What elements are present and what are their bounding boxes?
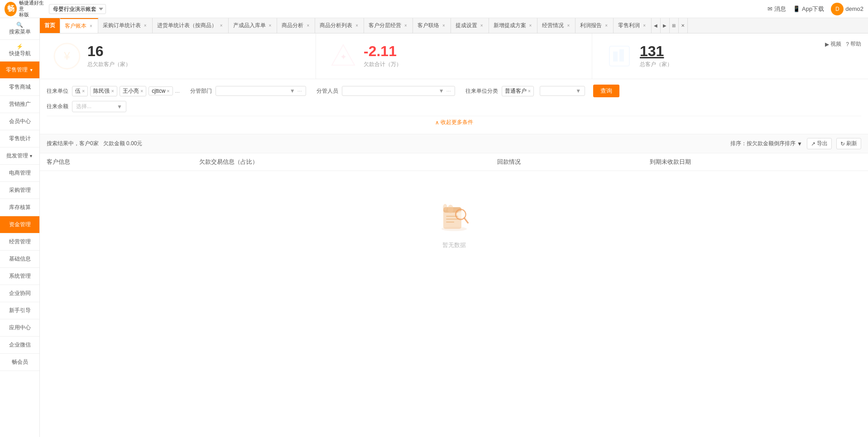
- filter-tag-chen[interactable]: 陈民强 ×: [90, 86, 117, 96]
- tab-close-purchase-order[interactable]: ×: [143, 23, 148, 28]
- tab-nav-more[interactable]: ⊞: [670, 18, 679, 33]
- tab-purchase-order[interactable]: 采购订单统计表 ×: [98, 18, 153, 33]
- workspace-select[interactable]: 母婴行业演示账套: [49, 4, 106, 14]
- stat-card-debt: ✦ -2.11 欠款合计（万）: [316, 33, 592, 79]
- tab-cost-in[interactable]: 产成品入库单 ×: [229, 18, 278, 33]
- refresh-icon: ↻: [840, 141, 845, 147]
- tab-retail-profit[interactable]: 零售利润 ×: [614, 18, 652, 33]
- sidebar-item-retail-shop[interactable]: 零售商城: [0, 79, 39, 96]
- svg-text:¥: ¥: [63, 50, 70, 62]
- col-debt-info: 欠款交易信息（占比）: [192, 153, 490, 171]
- sidebar-item-purchase[interactable]: 采购管理: [0, 182, 39, 199]
- sidebar-quick-nav[interactable]: ⚡ 快捷导航: [0, 40, 39, 62]
- tab-operations-status[interactable]: 经营情况 ×: [537, 18, 575, 33]
- user-menu[interactable]: D demo2: [831, 3, 863, 15]
- tab-bar: 首页 客户账本 × 采购订单统计表 × 进货单统计表（按商品） × 产成品入库单…: [40, 18, 868, 33]
- sidebar-item-system[interactable]: 系统管理: [0, 268, 39, 285]
- filter-tag-wang[interactable]: 王小亮 ×: [120, 86, 146, 96]
- filter-tags-unit: 伍 × 陈民强 × 王小亮 × cjttcw ×: [72, 86, 180, 96]
- sidebar-item-inventory[interactable]: 库存核算: [0, 199, 39, 216]
- stat-icon-total: [606, 43, 633, 70]
- tab-nav-left[interactable]: ◀: [652, 18, 661, 33]
- tab-close-all[interactable]: ✕: [679, 18, 688, 33]
- video-icon: ▶: [825, 41, 829, 48]
- sidebar-item-app-center[interactable]: 应用中心: [0, 319, 39, 337]
- sort-btn[interactable]: 排序：按欠款金额倒序排序 ▼: [730, 140, 802, 147]
- remove-tag-wang[interactable]: ×: [140, 88, 143, 94]
- sidebar-item-basic-info[interactable]: 基础信息: [0, 251, 39, 268]
- filter-label-unit-class: 往来单位分类: [465, 87, 498, 95]
- tab-close-profit-report[interactable]: ×: [604, 23, 609, 28]
- empty-state: 暂无数据: [40, 171, 868, 276]
- tab-close-customer-contact[interactable]: ×: [441, 23, 446, 28]
- sidebar-item-operations[interactable]: 经营管理: [0, 233, 39, 251]
- filter-tag-cjttcw[interactable]: cjttcw ×: [149, 86, 173, 95]
- tab-close-customer-book[interactable]: ×: [89, 23, 93, 29]
- tab-close-suggest-settings[interactable]: ×: [480, 23, 484, 28]
- tab-close-goods-analysis-list[interactable]: ×: [355, 23, 359, 28]
- col-customer-info: 客户信息: [40, 153, 192, 171]
- svg-rect-5: [613, 52, 618, 62]
- sort-label: 排序：按欠款金额倒序排序: [730, 140, 796, 147]
- tab-close-cost-in[interactable]: ×: [268, 23, 273, 28]
- tab-customer-contact[interactable]: 客户联络 ×: [413, 18, 451, 33]
- help-btn[interactable]: ? 帮助: [846, 40, 861, 48]
- message-icon: ✉: [767, 5, 772, 12]
- video-btn[interactable]: ▶ 视频: [825, 40, 841, 48]
- sidebar-item-wholesale[interactable]: 批发管理▼: [0, 147, 39, 165]
- tab-home[interactable]: 首页: [40, 18, 60, 33]
- message-btn[interactable]: ✉ 消息: [767, 5, 786, 13]
- filter-area: 往来单位 伍 × 陈民强 × 王小亮 ×: [40, 79, 868, 134]
- tab-suggest-settings[interactable]: 提成设置 ×: [451, 18, 489, 33]
- tab-goods-analysis-list[interactable]: 商品分析列表 ×: [315, 18, 364, 33]
- sidebar-item-ecommerce[interactable]: 电商管理: [0, 165, 39, 182]
- export-btn[interactable]: ↗ 导出: [807, 138, 832, 149]
- sidebar-item-marketing[interactable]: 营销推广: [0, 96, 39, 113]
- sidebar-item-enterprise[interactable]: 企业协同: [0, 285, 39, 302]
- filter-tag-wu[interactable]: 伍 ×: [72, 86, 88, 96]
- tab-nav-right[interactable]: ▶: [661, 18, 670, 33]
- sidebar-item-member[interactable]: 会员中心: [0, 113, 39, 130]
- tab-profit-report[interactable]: 利润报告 ×: [575, 18, 614, 33]
- collapse-btn[interactable]: ∧ 收起更多条件: [47, 116, 861, 128]
- sidebar-item-retail-mgmt[interactable]: 零售管理 ▼: [0, 62, 39, 79]
- tab-close-goods-analysis[interactable]: ×: [306, 23, 310, 28]
- sidebar-item-new-guide[interactable]: 新手引导: [0, 302, 39, 319]
- remove-tag-chen[interactable]: ×: [111, 88, 114, 94]
- sidebar-item-retail-stats[interactable]: 零售统计: [0, 130, 39, 147]
- data-table: 客户信息 欠款交易信息（占比） 回款情况 到期未收款日期: [40, 153, 868, 276]
- filter-select-dept[interactable]: ▼ ···: [216, 86, 306, 96]
- remove-tag-wu[interactable]: ×: [82, 88, 85, 94]
- filter-select-person[interactable]: ▼ ···: [342, 86, 455, 96]
- tab-close-operations-status[interactable]: ×: [566, 23, 571, 28]
- tab-goods-analysis[interactable]: 商品分析 ×: [277, 18, 315, 33]
- stat-number-debt: -2.11: [364, 44, 402, 58]
- sidebar-item-finance[interactable]: 资金管理: [0, 216, 39, 233]
- tab-close-purchase-goods[interactable]: ×: [219, 23, 224, 28]
- remove-tag-normal[interactable]: ×: [528, 88, 531, 94]
- more-tags-btn[interactable]: ...: [175, 88, 180, 94]
- sidebar-item-enterprise-wx[interactable]: 企业微信: [0, 337, 39, 354]
- remove-tag-cjttcw[interactable]: ×: [167, 88, 169, 94]
- logo-text: 畅捷通好生意 标版: [19, 0, 44, 18]
- tab-close-retail-profit[interactable]: ×: [642, 23, 647, 28]
- filter-tag-normal-customer[interactable]: 普通客户 ×: [502, 86, 534, 96]
- tab-new-suggest[interactable]: 新增提成方案 ×: [489, 18, 538, 33]
- col-repay: 回款情况: [490, 153, 643, 171]
- more-options-icon: ···: [297, 88, 302, 94]
- chevron-up-icon: ∧: [435, 119, 439, 126]
- app-download-btn[interactable]: 📱 App下载: [793, 5, 824, 13]
- tab-close-new-suggest[interactable]: ×: [528, 23, 533, 28]
- query-button[interactable]: 查询: [593, 85, 619, 97]
- empty-text: 暂无数据: [442, 241, 466, 249]
- tab-customer-book[interactable]: 客户账本 ×: [60, 18, 98, 33]
- tab-close-customer-tier[interactable]: ×: [403, 23, 408, 28]
- filter-row-2: 往来余额 选择... ▼: [47, 101, 861, 112]
- tab-customer-tier[interactable]: 客户分层经营 ×: [364, 18, 413, 33]
- tab-purchase-goods[interactable]: 进货单统计表（按商品） ×: [153, 18, 229, 33]
- sidebar-search[interactable]: 🔍 搜索菜单: [0, 18, 39, 40]
- filter-select-class[interactable]: ▼: [540, 86, 585, 96]
- filter-select-balance[interactable]: 选择... ▼: [72, 101, 126, 112]
- sidebar-item-vip[interactable]: 畅会员: [0, 354, 39, 371]
- refresh-btn[interactable]: ↻ 刷新: [836, 138, 861, 149]
